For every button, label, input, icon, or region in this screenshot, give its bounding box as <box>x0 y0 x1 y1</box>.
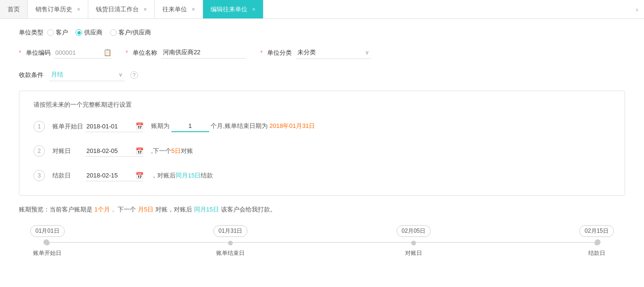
unit-code-field: * 单位编码 📋 <box>19 47 111 59</box>
tab-edit-partner-close[interactable]: × <box>252 6 255 13</box>
unit-type-row: 单位类型 客户 供应商 客户/供应商 <box>19 28 625 37</box>
step-1-desc-suffix: 个月,账单结束日期为 <box>211 122 268 129</box>
radio-customer[interactable]: 客户 <box>47 28 68 37</box>
step-number-1: 1 <box>34 121 45 132</box>
tab-partner-units-close[interactable]: × <box>192 6 195 13</box>
unit-code-input-wrapper: 📋 <box>54 47 111 59</box>
step-2-calendar-icon[interactable]: 📅 <box>136 147 144 155</box>
timeline-dot-3 <box>594 241 599 245</box>
radio-customer-circle <box>47 29 54 36</box>
unit-name-label: 单位名称 <box>133 49 157 57</box>
tab-scroll-right[interactable]: › <box>630 0 644 18</box>
preview-payment-highlight: 同月15日 <box>194 206 219 213</box>
preview-reconcile-highlight: 月5日 <box>138 206 153 213</box>
timeline-point-1: 01月31日 账单结束日 <box>213 225 248 257</box>
unit-info-row: * 单位编码 📋 * 单位名称 * 单位分类 未分类 ∨ <box>19 46 625 59</box>
unit-category-field: * 单位分类 未分类 ∨ <box>260 46 371 59</box>
unit-name-required: * <box>126 49 128 56</box>
step-2-date-input: 📅 <box>85 145 144 157</box>
step-2-desc-prefix: ,下一个 <box>151 147 171 154</box>
tab-partner-units[interactable]: 往来单位 × <box>155 0 203 18</box>
step-2-highlight: 5日 <box>171 147 181 154</box>
payment-condition-value: 月结 <box>51 70 63 79</box>
unit-code-label: 单位编码 <box>26 49 51 57</box>
step-3-date[interactable] <box>85 170 133 181</box>
tab-sales-order-history-label: 销售订单历史 <box>35 5 72 14</box>
preview-reconcile-mid: 对账，对账后 <box>155 206 192 213</box>
radio-supplier-circle <box>76 29 82 36</box>
tab-edit-partner[interactable]: 编辑往来单位 × <box>203 0 263 18</box>
radio-customer-supplier[interactable]: 客户/供应商 <box>110 28 151 37</box>
radio-supplier[interactable]: 供应商 <box>76 28 102 37</box>
step-1-period-input[interactable] <box>171 120 209 132</box>
unit-category-label: 单位分类 <box>267 49 292 57</box>
tab-cash-work[interactable]: 钱货日清工作台 × <box>88 0 155 18</box>
step-row-3: 3 结款日 📅 ，对账后同月15日结款 <box>34 170 610 181</box>
tab-partner-units-label: 往来单位 <box>162 5 187 14</box>
unit-name-field: * 单位名称 <box>126 47 246 59</box>
timeline-point-3: 02月15日 结款日 <box>579 225 614 257</box>
timeline-label-1: 账单结束日 <box>216 249 245 257</box>
preview-reconcile-pre: 下一个 <box>118 206 136 213</box>
unit-code-icon[interactable]: 📋 <box>103 49 111 56</box>
unit-category-value: 未分类 <box>297 48 363 57</box>
timeline-label-0: 账单开始日 <box>33 249 61 257</box>
unit-type-field: 单位类型 客户 供应商 客户/供应商 <box>19 28 151 37</box>
unit-category-chevron-icon: ∨ <box>365 49 369 56</box>
preview-text: 账期预览：当前客户账期是 1个月， 下一个 月5日 对账，对账后 同月15日 该… <box>19 205 625 214</box>
step-1-period-end: 2018年01月31日 <box>270 122 315 129</box>
step-1-date-input: 📅 <box>85 121 144 132</box>
radio-customer-supplier-circle <box>110 29 117 36</box>
unit-code-required: * <box>19 49 21 56</box>
step-1-calendar-icon[interactable]: 📅 <box>136 122 144 130</box>
timeline-bubble-3: 02月15日 <box>579 225 614 237</box>
unit-type-radio-group: 客户 供应商 客户/供应商 <box>47 28 151 37</box>
step-label-1: 账单开始日 <box>52 122 85 131</box>
step-3-calendar-icon[interactable]: 📅 <box>136 172 144 179</box>
preview-period: 1个月， <box>94 206 116 213</box>
timeline-bubble-1: 01月31日 <box>213 225 248 237</box>
panel-hint: 请按照未来的一个完整帐期进行设置 <box>34 101 610 109</box>
timeline-line <box>47 242 597 243</box>
unit-category-select[interactable]: 未分类 ∨ <box>296 46 371 59</box>
tab-cash-work-label: 钱货日清工作台 <box>96 5 139 14</box>
timeline-bubble-0: 01月01日 <box>30 225 65 237</box>
step-1-date[interactable] <box>85 121 133 132</box>
step-3-desc-prefix: ，对账后 <box>151 172 176 179</box>
preview-label: 账期预览：当前客户账期是 <box>19 206 93 213</box>
step-row-1: 1 账单开始日 📅 账期为 个月,账单结束日期为 2018年01月31日 <box>34 120 610 132</box>
timeline-point-2: 02月05日 对账日 <box>397 225 431 257</box>
timeline-points: 01月01日 账单开始日 01月31日 账单结束日 02月05日 对账日 02月… <box>30 225 614 257</box>
step-1-desc: 账期为 个月,账单结束日期为 2018年01月31日 <box>151 120 315 132</box>
step-number-2: 2 <box>34 145 45 157</box>
step-3-desc-suffix: 结款 <box>201 172 213 179</box>
payment-condition-row: 收款条件 月结 ∨ ? <box>19 68 625 81</box>
unit-category-required: * <box>260 49 263 56</box>
payment-condition-select[interactable]: 月结 ∨ <box>49 68 125 81</box>
timeline-point-0: 01月01日 账单开始日 <box>30 225 65 257</box>
tab-sales-order-history-close[interactable]: × <box>77 6 80 13</box>
preview-payment-suffix: 该客户会给我打款。 <box>221 206 276 213</box>
radio-customer-label: 客户 <box>56 28 68 37</box>
radio-supplier-label: 供应商 <box>84 28 102 37</box>
timeline-dot-1 <box>228 241 233 245</box>
help-icon[interactable]: ? <box>130 71 138 79</box>
unit-code-input[interactable] <box>54 47 102 58</box>
tab-sales-order-history[interactable]: 销售订单历史 × <box>28 0 88 18</box>
step-3-desc: ，对账后同月15日结款 <box>151 171 213 180</box>
unit-name-input[interactable] <box>161 47 246 59</box>
timeline-dot-2 <box>411 241 416 245</box>
timeline-dot-0 <box>45 241 50 245</box>
tab-home-label: 首页 <box>8 5 20 14</box>
step-2-date[interactable] <box>85 145 133 156</box>
payment-condition-label: 收款条件 <box>19 71 43 79</box>
tab-home[interactable]: 首页 <box>0 0 28 18</box>
step-3-date-input: 📅 <box>85 170 144 181</box>
step-2-desc: ,下一个5日对账 <box>151 147 193 155</box>
step-row-2: 2 对账日 📅 ,下一个5日对账 <box>34 145 610 157</box>
tab-cash-work-close[interactable]: × <box>144 6 147 13</box>
timeline-label-3: 结款日 <box>588 249 605 257</box>
radio-customer-supplier-label: 客户/供应商 <box>119 28 151 37</box>
payment-condition-chevron-icon: ∨ <box>119 71 123 78</box>
step-label-2: 对账日 <box>52 147 85 155</box>
